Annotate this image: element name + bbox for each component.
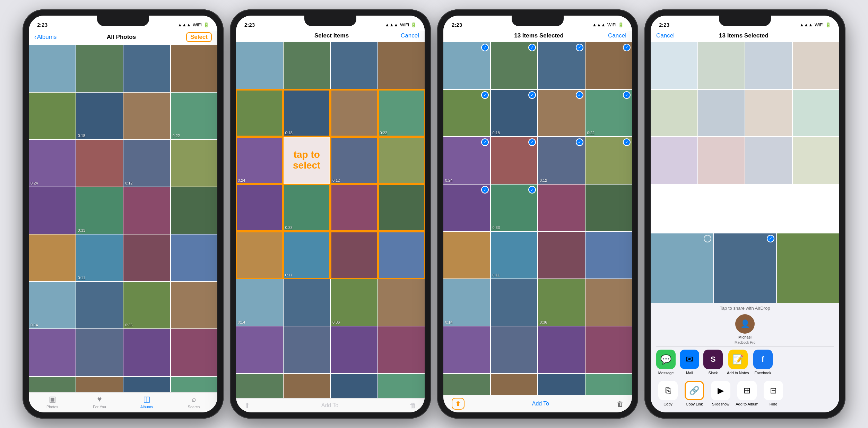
photo-cell[interactable] [171,234,218,281]
tab-for-you[interactable]: ♥ For You [76,395,123,409]
photo-cell[interactable] [236,374,283,399]
share-action-slideshow[interactable]: ▶ Slideshow [709,381,732,406]
photo-cell[interactable] [378,279,425,326]
photo-cell[interactable] [443,326,490,373]
photo-cell[interactable]: 0:14 [29,282,76,329]
photo-cell-selectable[interactable]: 0:33 [284,185,330,231]
share-app-message[interactable]: 💬 Message [656,350,676,375]
photo-cell[interactable] [29,93,76,139]
photo-cell[interactable] [236,326,283,373]
tab-search[interactable]: ⌕ Search [170,395,217,409]
photo-cell[interactable] [585,185,632,231]
photo-cell[interactable]: ✓ [585,137,632,184]
photo-cell[interactable]: 0:12✓ [538,137,585,184]
share-action-add-album[interactable]: ⊞ Add to Album [735,381,759,406]
photo-cell[interactable] [29,377,76,393]
photo-cell-selectable[interactable]: 0:12 [331,137,377,184]
share-action-copy[interactable]: ⎘ Copy [656,381,680,406]
photo-cell[interactable]: ✓ [491,42,538,89]
photo-cell[interactable]: 0:33✓ [491,185,538,231]
share-action-copy-link[interactable]: 🔗 Copy Link [683,381,706,406]
photo-cell[interactable]: 0:18 [76,93,123,139]
photo-cell[interactable] [76,282,123,329]
photo-cell[interactable] [585,279,632,326]
photo-cell[interactable]: 0:22✓ [585,90,632,137]
share-action-hide[interactable]: ⊟ Hide [762,381,785,406]
photo-cell[interactable]: 0:36 [538,279,585,326]
delete-button-3[interactable]: 🗑 [617,400,624,408]
photo-cell[interactable] [123,377,170,393]
photo-cell[interactable] [29,45,76,92]
cancel-button-3[interactable]: Cancel [608,32,626,39]
photo-cell[interactable] [284,326,330,373]
photo-cell[interactable] [76,45,123,92]
airdrop-person-michael[interactable]: 👤 Michael MacBook Pro [735,314,755,344]
photo-cell[interactable] [171,187,218,234]
photo-cell[interactable] [171,282,218,329]
photo-cell[interactable] [585,326,632,373]
photo-cell[interactable]: 0:24✓ [443,137,490,184]
photo-cell[interactable]: 0:22 [171,93,218,139]
photo-cell-selectable[interactable] [378,232,425,279]
photo-cell-selectable[interactable] [236,185,283,231]
photo-cell-selectable[interactable] [378,185,425,231]
share-app-facebook[interactable]: f Facebook [753,350,773,375]
photo-cell[interactable] [29,187,76,234]
photo-cell[interactable]: ✓ [443,42,490,89]
cancel-button-4[interactable]: Cancel [656,32,675,39]
photo-cell[interactable] [284,279,330,326]
photo-cell[interactable] [171,329,218,376]
photo-cell[interactable] [491,326,538,373]
photo-cell[interactable] [378,42,425,89]
add-to-button-2[interactable]: Add To [321,402,339,409]
photo-cell[interactable]: ✓ [538,42,585,89]
photo-cell[interactable]: 0:18✓ [491,90,538,137]
photo-cell-selectable[interactable] [331,90,377,137]
photo-cell[interactable] [76,329,123,376]
photo-cell[interactable] [236,42,283,89]
back-button-1[interactable]: ‹ Albums [34,34,57,41]
photo-cell[interactable] [585,374,632,395]
photo-cell-selectable[interactable]: 0:18 [284,90,330,137]
photo-cell[interactable] [123,93,170,139]
photo-cell[interactable] [284,42,330,89]
photo-cell[interactable] [171,377,218,393]
photo-cell[interactable] [171,45,218,92]
photo-cell[interactable] [29,329,76,376]
photo-cell[interactable]: ✓ [491,137,538,184]
share-button-3[interactable]: ⬆ [452,398,465,410]
photo-cell-selectable[interactable] [331,232,377,279]
share-app-slack[interactable]: S Slack [703,350,723,375]
photo-cell[interactable] [331,42,377,89]
photo-cell[interactable]: 0:14 [443,279,490,326]
photo-cell[interactable]: ✓ [585,42,632,89]
cancel-button-2[interactable]: Cancel [401,32,419,39]
photo-cell[interactable]: ✓ [538,90,585,137]
photo-cell[interactable] [331,374,377,399]
photo-cell[interactable]: 0:24 [29,140,76,187]
photo-cell[interactable] [491,279,538,326]
photo-cell[interactable] [29,234,76,281]
photo-cell[interactable] [538,374,585,395]
share-button-2[interactable]: ⬆ [244,401,250,410]
photo-cell[interactable] [378,374,425,399]
photo-cell[interactable] [331,326,377,373]
share-app-notes[interactable]: 📝 Add to Notes [727,350,749,375]
tab-photos[interactable]: ▣ Photos [29,395,76,409]
photo-cell-selectable[interactable]: 0:22 [378,90,425,137]
photo-cell[interactable] [171,140,218,187]
photo-cell[interactable]: 0:11 [76,234,123,281]
photo-cell-selectable[interactable] [236,232,283,279]
photo-cell[interactable]: 0:36 [331,279,377,326]
photo-cell[interactable] [123,187,170,234]
photo-cell[interactable]: 0:14 [236,279,283,326]
photo-cell[interactable]: 0:33 [76,187,123,234]
photo-cell[interactable] [585,232,632,279]
share-app-mail[interactable]: ✉ Mail [680,350,699,375]
photo-cell[interactable] [123,234,170,281]
photo-cell[interactable]: 0:11 [491,232,538,279]
photo-cell[interactable] [443,374,490,395]
photo-cell[interactable]: ✓ [443,90,490,137]
delete-button-2[interactable]: 🗑 [409,402,416,410]
photo-cell[interactable] [284,374,330,399]
